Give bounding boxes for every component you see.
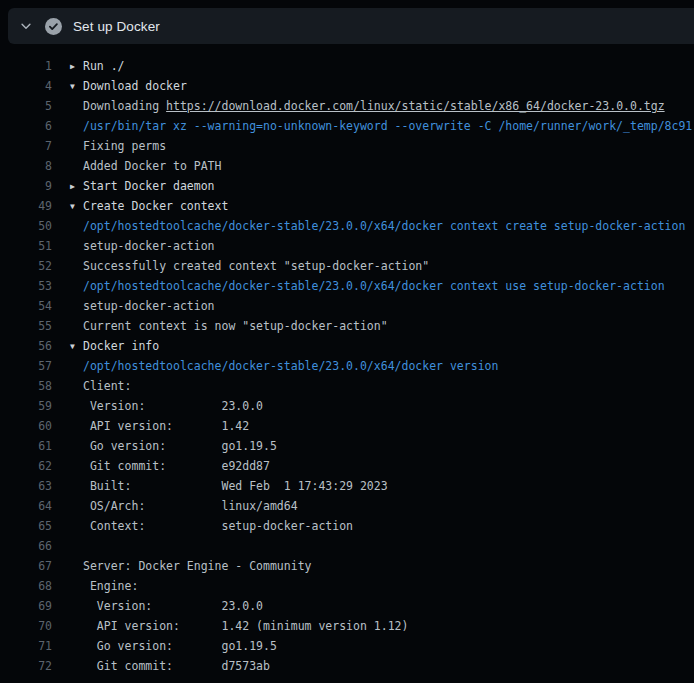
log-line: 50/opt/hostedtoolcache/docker-stable/23.… xyxy=(0,216,694,236)
triangle-down-icon: ▼ xyxy=(70,342,83,351)
log-line: 71 Go version: go1.19.5 xyxy=(0,636,694,656)
log-line-text: /usr/bin/tar xz --warning=no-unknown-key… xyxy=(83,119,692,133)
log-group-row[interactable]: 9▶Start Docker daemon xyxy=(0,176,694,196)
line-number[interactable]: 9 xyxy=(0,179,52,193)
log-line-text: Current context is now "setup-docker-act… xyxy=(83,319,388,333)
log-group-row[interactable]: 56▼Docker info xyxy=(0,336,694,356)
log-line: 53/opt/hostedtoolcache/docker-stable/23.… xyxy=(0,276,694,296)
log-group-title: Download docker xyxy=(83,79,187,93)
step-header-set-up-docker[interactable]: Set up Docker xyxy=(8,8,694,44)
log-line-text: Downloading xyxy=(83,99,166,113)
log-line: 51setup-docker-action xyxy=(0,236,694,256)
log-line: 64 OS/Arch: linux/amd64 xyxy=(0,496,694,516)
line-number[interactable]: 71 xyxy=(0,639,52,653)
line-number[interactable]: 54 xyxy=(0,299,52,313)
check-circle-icon xyxy=(45,18,62,35)
log-line-text: setup-docker-action xyxy=(83,239,215,253)
triangle-down-icon: ▼ xyxy=(70,202,83,211)
line-number[interactable]: 67 xyxy=(0,559,52,573)
chevron-down-icon xyxy=(18,18,34,34)
command-text: /usr/bin/tar xz --warning=no-unknown-key… xyxy=(83,119,692,133)
log-line: 55Current context is now "setup-docker-a… xyxy=(0,316,694,336)
log-group-row[interactable]: 49▼Create Docker context xyxy=(0,196,694,216)
line-number[interactable]: 66 xyxy=(0,539,52,553)
log-line: 5Downloading https://download.docker.com… xyxy=(0,96,694,116)
log-line-text: Version: 23.0.0 xyxy=(83,599,263,613)
log-line-text: Context: setup-docker-action xyxy=(83,519,353,533)
line-number[interactable]: 72 xyxy=(0,659,52,673)
line-number[interactable]: 69 xyxy=(0,599,52,613)
log-line-text: Git commit: d7573ab xyxy=(83,659,270,673)
triangle-right-icon: ▶ xyxy=(70,182,83,191)
log-group-row[interactable]: 4▼Download docker xyxy=(0,76,694,96)
line-number[interactable]: 53 xyxy=(0,279,52,293)
log-line: 54setup-docker-action xyxy=(0,296,694,316)
line-number[interactable]: 1 xyxy=(0,59,52,73)
log-line-text: Built: Wed Feb 1 17:43:29 2023 xyxy=(83,479,388,493)
log-line-text: Successfully created context "setup-dock… xyxy=(83,259,429,273)
line-number[interactable]: 59 xyxy=(0,399,52,413)
log-line: 72 Git commit: d7573ab xyxy=(0,656,694,676)
log-line-text: /opt/hostedtoolcache/docker-stable/23.0.… xyxy=(83,359,498,373)
line-number[interactable]: 58 xyxy=(0,379,52,393)
log-group-title: Start Docker daemon xyxy=(83,179,215,193)
line-number[interactable]: 63 xyxy=(0,479,52,493)
log-line: 63 Built: Wed Feb 1 17:43:29 2023 xyxy=(0,476,694,496)
log-line-text: Go version: go1.19.5 xyxy=(83,639,277,653)
line-number[interactable]: 49 xyxy=(0,199,52,213)
log-line-text: Server: Docker Engine - Community xyxy=(83,559,311,573)
log-group-title: Create Docker context xyxy=(83,199,228,213)
line-number[interactable]: 68 xyxy=(0,579,52,593)
line-number[interactable]: 56 xyxy=(0,339,52,353)
log-line-text: API version: 1.42 (minimum version 1.12) xyxy=(83,619,408,633)
log-line: 69 Version: 23.0.0 xyxy=(0,596,694,616)
log-viewer: 1▶Run ./4▼Download docker5Downloading ht… xyxy=(0,56,694,676)
log-line-text: Downloading https://download.docker.com/… xyxy=(83,99,665,113)
log-line: 61 Go version: go1.19.5 xyxy=(0,436,694,456)
log-line-text: setup-docker-action xyxy=(83,299,215,313)
line-number[interactable]: 60 xyxy=(0,419,52,433)
log-line: 52Successfully created context "setup-do… xyxy=(0,256,694,276)
log-group-row[interactable]: 1▶Run ./ xyxy=(0,56,694,76)
line-number[interactable]: 57 xyxy=(0,359,52,373)
line-number[interactable]: 64 xyxy=(0,499,52,513)
log-group-title: Docker info xyxy=(83,339,159,353)
log-line-text: /opt/hostedtoolcache/docker-stable/23.0.… xyxy=(83,279,665,293)
log-line-text: OS/Arch: linux/amd64 xyxy=(83,499,298,513)
log-line: 62 Git commit: e92dd87 xyxy=(0,456,694,476)
line-number[interactable]: 51 xyxy=(0,239,52,253)
log-line-text: Client: xyxy=(83,379,131,393)
step-title: Set up Docker xyxy=(73,19,160,34)
line-number[interactable]: 50 xyxy=(0,219,52,233)
line-number[interactable]: 5 xyxy=(0,99,52,113)
triangle-right-icon: ▶ xyxy=(70,62,83,71)
command-text: /opt/hostedtoolcache/docker-stable/23.0.… xyxy=(83,279,665,293)
line-number[interactable]: 61 xyxy=(0,439,52,453)
line-number[interactable]: 52 xyxy=(0,259,52,273)
log-line: 7Fixing perms xyxy=(0,136,694,156)
log-line-text: Go version: go1.19.5 xyxy=(83,439,277,453)
line-number[interactable]: 6 xyxy=(0,119,52,133)
log-line-text: /opt/hostedtoolcache/docker-stable/23.0.… xyxy=(83,219,685,233)
log-url-link[interactable]: https://download.docker.com/linux/static… xyxy=(166,99,665,113)
log-line-text: Git commit: e92dd87 xyxy=(83,459,270,473)
log-line-text: Fixing perms xyxy=(83,139,166,153)
log-line-text: Version: 23.0.0 xyxy=(83,399,263,413)
log-line-text: Engine: xyxy=(83,579,138,593)
command-text: /opt/hostedtoolcache/docker-stable/23.0.… xyxy=(83,359,498,373)
line-number[interactable]: 4 xyxy=(0,79,52,93)
line-number[interactable]: 55 xyxy=(0,319,52,333)
log-line: 60 API version: 1.42 xyxy=(0,416,694,436)
log-group-title: Run ./ xyxy=(83,59,125,73)
line-number[interactable]: 70 xyxy=(0,619,52,633)
line-number[interactable]: 7 xyxy=(0,139,52,153)
line-number[interactable]: 62 xyxy=(0,459,52,473)
log-line: 68 Engine: xyxy=(0,576,694,596)
log-line-text: API version: 1.42 xyxy=(83,419,249,433)
line-number[interactable]: 8 xyxy=(0,159,52,173)
log-line: 70 API version: 1.42 (minimum version 1.… xyxy=(0,616,694,636)
log-line: 8Added Docker to PATH xyxy=(0,156,694,176)
log-line: 57/opt/hostedtoolcache/docker-stable/23.… xyxy=(0,356,694,376)
triangle-down-icon: ▼ xyxy=(70,82,83,91)
line-number[interactable]: 65 xyxy=(0,519,52,533)
